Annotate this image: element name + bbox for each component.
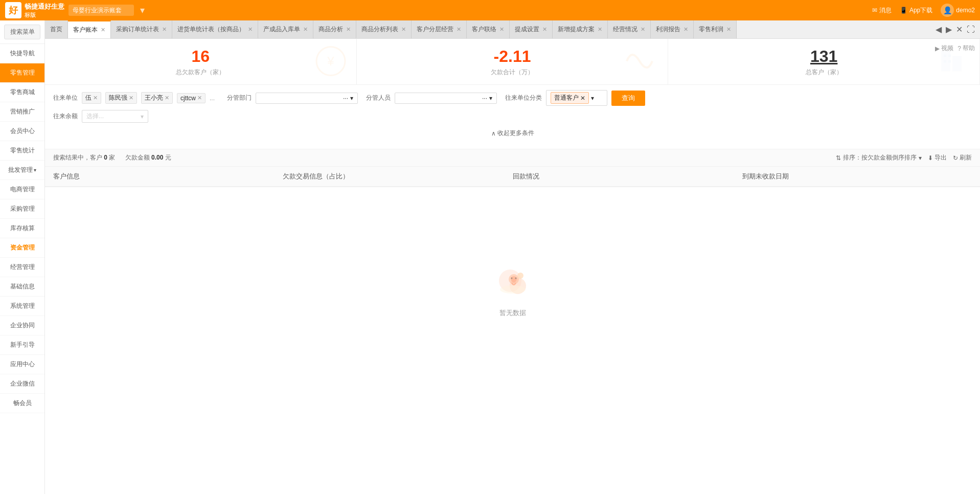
sidebar-item-wholesale-mgmt[interactable]: 批发管理 ▾ xyxy=(0,161,44,180)
tab-customer-contact[interactable]: 客户联络 ✕ xyxy=(467,20,510,38)
person-dropdown-icon: ▾ xyxy=(489,95,492,102)
tab-bar: 首页 客户账本 ✕ 采购订单统计表 ✕ 进货单统计表（按商品） ✕ 产成品入库单… xyxy=(45,20,980,39)
tab-close-product-analysis-list[interactable]: ✕ xyxy=(401,26,406,33)
sidebar-item-retail-mgmt[interactable]: 零售管理 xyxy=(0,63,44,83)
tab-new-promotion-plan[interactable]: 新增提成方案 ✕ xyxy=(553,20,608,38)
tab-close-retail-profit[interactable]: ✕ xyxy=(726,26,731,33)
search-menu-btn[interactable]: 搜索菜单 xyxy=(4,25,40,39)
sort-icon: ⇅ xyxy=(836,154,841,162)
query-button[interactable]: 查询 xyxy=(611,91,645,106)
unit-type-dropdown[interactable]: 普通客户 ✕ ▾ xyxy=(546,90,607,106)
refresh-btn[interactable]: ↻ 刷新 xyxy=(953,153,972,162)
message-icon: ✉ xyxy=(872,7,877,14)
tab-product-analysis[interactable]: 商品分析 ✕ xyxy=(313,20,356,38)
sidebar-item-marketing-promo[interactable]: 营销推广 xyxy=(0,102,44,122)
filter-tag-unit-2[interactable]: 陈民强 ✕ xyxy=(105,92,137,104)
tab-customer-balance[interactable]: 客户账本 ✕ xyxy=(68,20,111,38)
table-body: 暂无数据 xyxy=(45,187,980,392)
tab-close-new-promotion-plan[interactable]: ✕ xyxy=(598,26,602,33)
sidebar-item-vip-member[interactable]: 畅会员 xyxy=(0,394,44,413)
tab-product-analysis-list[interactable]: 商品分析列表 ✕ xyxy=(356,20,412,38)
export-icon: ⬇ xyxy=(928,154,933,162)
sidebar-item-retail-mall[interactable]: 零售商城 xyxy=(0,83,44,102)
sidebar-item-enterprise-collab[interactable]: 企业协同 xyxy=(0,316,44,335)
tag-close-unit-3[interactable]: ✕ xyxy=(165,95,169,101)
remain-dropdown[interactable]: 选择... ▾ xyxy=(82,110,148,123)
sidebar-item-quick-nav[interactable]: 快捷导航 xyxy=(0,44,44,63)
tag-close-unit-2[interactable]: ✕ xyxy=(129,95,133,101)
sidebar-item-system-mgmt[interactable]: 系统管理 xyxy=(0,297,44,316)
tab-next-btn[interactable]: ▶ xyxy=(945,24,953,35)
tab-close-all-btn[interactable]: ✕ xyxy=(955,24,964,35)
tab-close-customer-contact[interactable]: ✕ xyxy=(499,26,504,33)
sidebar-item-enterprise-wechat[interactable]: 企业微信 xyxy=(0,374,44,394)
stat-label-debt-amount: 欠款合计（万） xyxy=(491,68,534,77)
tab-close-customer-balance[interactable]: ✕ xyxy=(101,27,105,33)
tab-purchase-order-stats[interactable]: 采购订单统计表 ✕ xyxy=(111,20,172,38)
tab-close-profit-report[interactable]: ✕ xyxy=(683,26,688,33)
table-header: 客户信息 欠款交易信息（占比） 回款情况 到期未收款日期 xyxy=(45,167,980,187)
tab-close-customer-segment[interactable]: ✕ xyxy=(457,26,461,33)
table-header-customer-info: 客户信息 xyxy=(53,172,283,181)
tab-close-incoming-stats[interactable]: ✕ xyxy=(248,26,253,33)
tab-prev-btn[interactable]: ◀ xyxy=(935,24,943,35)
dept-dropdown[interactable]: ··· ▾ xyxy=(256,93,358,104)
video-btn[interactable]: ▶ 视频 xyxy=(935,44,953,53)
sidebar-item-inventory-check[interactable]: 库存核算 xyxy=(0,219,44,238)
tab-home[interactable]: 首页 xyxy=(45,20,68,38)
tag-close-unit-1[interactable]: ✕ xyxy=(93,95,98,101)
sidebar-item-finance-mgmt[interactable]: 资金管理 xyxy=(0,238,44,258)
sidebar-item-operation-mgmt[interactable]: 经营管理 xyxy=(0,258,44,277)
logo-subtitle: 标版 xyxy=(25,11,64,19)
filter-row-1: 往来单位 伍 ✕ 陈民强 ✕ 王小亮 ✕ xyxy=(53,90,972,106)
sidebar-item-ecommerce-mgmt[interactable]: 电商管理 xyxy=(0,180,44,199)
tab-close-product-analysis[interactable]: ✕ xyxy=(346,26,351,33)
export-btn[interactable]: ⬇ 导出 xyxy=(928,153,947,162)
filter-tag-unit-3[interactable]: 王小亮 ✕ xyxy=(141,92,173,104)
empty-text: 暂无数据 xyxy=(499,308,526,318)
tab-promotion-settings[interactable]: 提成设置 ✕ xyxy=(510,20,553,38)
tab-close-product-instock[interactable]: ✕ xyxy=(303,26,308,33)
person-dropdown[interactable]: ··· ▾ xyxy=(395,93,497,104)
user-avatar[interactable]: 👤 demo2 xyxy=(941,4,975,17)
sidebar-item-purchase-mgmt[interactable]: 采购管理 xyxy=(0,199,44,219)
sidebar-item-retail-stats[interactable]: 零售统计 xyxy=(0,141,44,161)
empty-state: 暂无数据 xyxy=(462,231,564,348)
help-btn[interactable]: ? 帮助 xyxy=(958,44,975,53)
tab-retail-profit[interactable]: 零售利润 ✕ xyxy=(694,20,737,38)
tab-business-status[interactable]: 经营情况 ✕ xyxy=(608,20,651,38)
search-result-bar: 搜索结果中，客户 0 家 欠款金额 0.00 元 ⇅ 排序：按欠款金额倒序排序 … xyxy=(45,149,980,167)
unit-type-dropdown-icon: ▾ xyxy=(591,95,594,102)
sort-select[interactable]: ⇅ 排序：按欠款金额倒序排序 ▾ xyxy=(836,153,922,162)
app-download-btn[interactable]: 📱 App下载 xyxy=(900,6,932,15)
org-selector[interactable]: 母婴行业演示账套 xyxy=(69,5,134,16)
tab-expand-btn[interactable]: ⛶ xyxy=(966,24,976,35)
filter-row-collapse: ∧ 收起更多条件 xyxy=(53,127,972,140)
tag-close-unit-4[interactable]: ✕ xyxy=(197,95,202,101)
tab-product-instock[interactable]: 产成品入库单 ✕ xyxy=(258,20,313,38)
filter-tag-unit-4[interactable]: cjttcw ✕ xyxy=(177,93,206,103)
svg-point-14 xyxy=(515,278,516,279)
tab-profit-report[interactable]: 利润报告 ✕ xyxy=(651,20,694,38)
filter-more-units[interactable]: ... xyxy=(210,95,215,102)
logo: 好 畅捷通好生意 标版 xyxy=(5,2,64,19)
sidebar-item-beginner-guide[interactable]: 新手引导 xyxy=(0,335,44,355)
sidebar-item-basic-info[interactable]: 基础信息 xyxy=(0,277,44,297)
tab-close-promotion-settings[interactable]: ✕ xyxy=(542,26,547,33)
person-more-icon: ··· xyxy=(482,95,487,102)
unit-type-tag-1[interactable]: 普通客户 ✕ xyxy=(551,92,589,104)
result-actions: ⇅ 排序：按欠款金额倒序排序 ▾ ⬇ 导出 ↻ 刷新 xyxy=(836,153,972,162)
tab-customer-segment[interactable]: 客户分层经营 ✕ xyxy=(412,20,467,38)
table-header-due-date: 到期未收款日期 xyxy=(742,172,972,181)
unit-type-tag-close[interactable]: ✕ xyxy=(580,95,585,102)
tab-incoming-stats[interactable]: 进货单统计表（按商品） ✕ xyxy=(172,20,258,38)
message-btn[interactable]: ✉ 消息 xyxy=(872,6,892,15)
sidebar-item-app-center[interactable]: 应用中心 xyxy=(0,355,44,374)
svg-point-10 xyxy=(500,285,526,294)
collapse-btn[interactable]: ∧ 收起更多条件 xyxy=(487,127,538,140)
search-result-info: 搜索结果中，客户 0 家 欠款金额 0.00 元 xyxy=(53,153,171,162)
tab-close-business-status[interactable]: ✕ xyxy=(641,26,645,33)
sidebar-item-member-center[interactable]: 会员中心 xyxy=(0,122,44,141)
tab-close-purchase-order-stats[interactable]: ✕ xyxy=(162,26,167,33)
filter-tag-unit-1[interactable]: 伍 ✕ xyxy=(82,92,101,104)
